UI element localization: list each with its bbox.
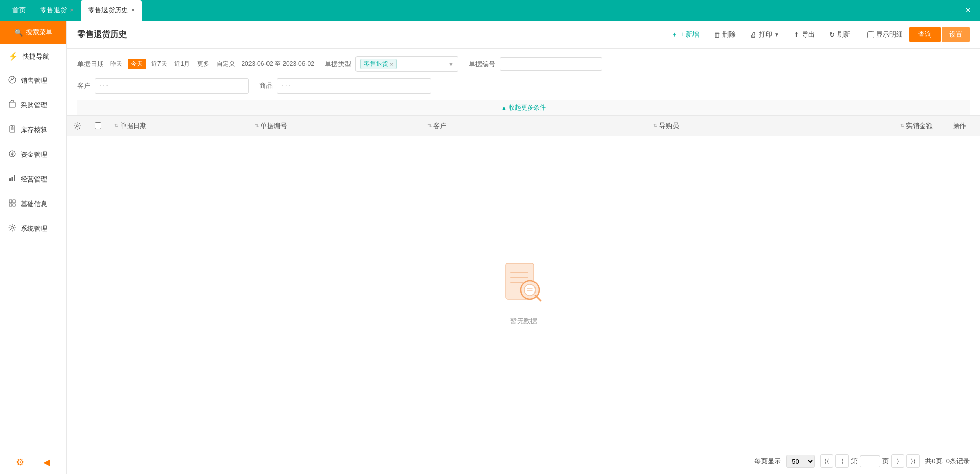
- show-detail-label: 显示明细: [876, 30, 903, 39]
- tab-home-label: 首页: [12, 6, 26, 15]
- tab-retail-return-close[interactable]: ×: [70, 7, 74, 14]
- th-code[interactable]: ⇅ 单据编号: [248, 116, 421, 136]
- date-option-7days[interactable]: 近7天: [149, 59, 169, 69]
- filter-row-1: 单据日期 昨天 今天 近7天 近1月 更多 自定义 2023-06-02 至 2…: [77, 56, 970, 72]
- tab-retail-return-history-close[interactable]: ×: [131, 7, 135, 14]
- select-all-checkbox[interactable]: [95, 122, 101, 129]
- finance-icon: [8, 150, 16, 160]
- new-button[interactable]: ＋ + 新增: [667, 28, 703, 41]
- date-option-more[interactable]: 更多: [195, 59, 211, 69]
- svg-rect-9: [13, 200, 15, 203]
- th-customer-label: 客户: [433, 121, 447, 131]
- basic-info-icon: [8, 199, 16, 209]
- th-amount-label: 实销金额: [906, 121, 933, 131]
- search-icon: 🔍: [14, 29, 23, 37]
- collapse-up-icon: ▲: [501, 104, 507, 112]
- tab-retail-return-history-label: 零售退货历史: [88, 6, 128, 15]
- svg-rect-10: [9, 204, 12, 206]
- collapse-label: 收起更多条件: [509, 103, 546, 112]
- window-close-button[interactable]: ×: [961, 5, 975, 16]
- filter-number-input[interactable]: [500, 57, 602, 71]
- sidebar-item-basic-info[interactable]: 基础信息: [0, 192, 66, 216]
- sidebar-item-sys-label: 系统管理: [21, 224, 47, 233]
- pagination: 每页显示 50 20 100 200 ⟨⟨ ⟨ 第 1 页 ⟩ ⟩⟩ 共0页, …: [67, 448, 980, 474]
- sidebar-item-finance-mgmt[interactable]: 资金管理: [0, 142, 66, 167]
- svg-rect-5: [9, 178, 11, 181]
- filter-type-select[interactable]: 零售退货 × ▼: [355, 56, 458, 72]
- date-option-yesterday[interactable]: 昨天: [108, 59, 124, 69]
- filter-row-2: 客户 ··· 商品 ···: [77, 78, 970, 94]
- delete-icon: 🗑: [714, 31, 720, 39]
- show-detail-checkbox-label[interactable]: 显示明细: [867, 30, 903, 39]
- sidebar-item-sys-mgmt[interactable]: 系统管理: [0, 216, 66, 241]
- sort-guide-icon: ⇅: [653, 123, 657, 129]
- sidebar-item-biz-mgmt[interactable]: 经营管理: [0, 167, 66, 192]
- th-customer[interactable]: ⇅ 客户: [421, 116, 647, 136]
- export-button-label: 导出: [801, 30, 815, 39]
- page-title: 零售退货历史: [77, 29, 127, 40]
- th-guide[interactable]: ⇅ 导购员: [647, 116, 819, 136]
- last-page-button[interactable]: ⟩⟩: [906, 454, 920, 468]
- refresh-icon: ↻: [829, 31, 835, 39]
- svg-rect-8: [9, 200, 12, 203]
- filter-number-label: 单据编号: [469, 60, 495, 69]
- tab-retail-return-label: 零售退货: [40, 6, 67, 15]
- date-option-today[interactable]: 今天: [128, 59, 146, 69]
- settings-bottom-icon[interactable]: ⚙: [16, 457, 24, 468]
- filter-type-tag-close[interactable]: ×: [390, 61, 393, 67]
- th-guide-label: 导购员: [659, 121, 679, 131]
- date-option-custom[interactable]: 自定义: [215, 59, 237, 69]
- sidebar-search-button[interactable]: 🔍 搜索菜单: [0, 21, 66, 44]
- next-page-button[interactable]: ⟩: [891, 454, 904, 468]
- sidebar-item-sales-label: 销售管理: [21, 76, 47, 85]
- tab-retail-return-history[interactable]: 零售退货历史 ×: [81, 0, 142, 21]
- pagination-nav: ⟨⟨ ⟨ 第 1 页 ⟩ ⟩⟩: [820, 454, 920, 468]
- sidebar-item-quick-nav-label: 快捷导航: [23, 52, 49, 61]
- per-page-select[interactable]: 50 20 100 200: [786, 455, 815, 468]
- page-unit: 页: [882, 457, 889, 466]
- svg-point-0: [9, 76, 16, 83]
- sidebar-item-sales-mgmt[interactable]: 销售管理: [0, 68, 66, 93]
- filter-date-range: 2023-06-02 至 2023-06-02: [241, 60, 314, 68]
- prev-page-button[interactable]: ⟨: [835, 454, 849, 468]
- query-button[interactable]: 查询: [909, 27, 941, 42]
- toolbar-right: 查询 设置: [909, 27, 970, 42]
- filter-customer-label: 客户: [77, 81, 91, 90]
- th-checkbox[interactable]: [87, 117, 108, 134]
- new-button-label: + 新增: [680, 30, 699, 39]
- sidebar-item-purchase-mgmt[interactable]: 采购管理: [0, 93, 66, 118]
- filter-goods-input[interactable]: ···: [277, 78, 431, 94]
- print-button-label: 打印: [759, 30, 772, 39]
- page-number-input[interactable]: 1: [860, 455, 880, 467]
- delete-button-label: 删除: [722, 30, 736, 39]
- th-settings[interactable]: [67, 117, 87, 135]
- toolbar-divider: [861, 30, 861, 39]
- delete-button[interactable]: 🗑 删除: [709, 28, 740, 41]
- collapse-bar[interactable]: ▲ 收起更多条件: [77, 100, 970, 115]
- print-button[interactable]: 🖨 打印 ▼: [746, 28, 783, 41]
- th-amount[interactable]: ⇅ 实销金额: [819, 116, 939, 136]
- tab-home[interactable]: 首页: [5, 0, 33, 21]
- setting-button[interactable]: 设置: [942, 27, 970, 42]
- filter-customer-input[interactable]: ···: [95, 78, 249, 94]
- tab-retail-return[interactable]: 零售退货 ×: [33, 0, 81, 21]
- date-option-1month[interactable]: 近1月: [172, 59, 192, 69]
- sidebar-item-inventory[interactable]: 库存核算: [0, 118, 66, 142]
- th-code-label: 单据编号: [260, 121, 287, 131]
- sidebar-item-purchase-label: 采购管理: [21, 101, 47, 110]
- refresh-button[interactable]: ↻ 刷新: [825, 28, 854, 41]
- export-button[interactable]: ⬆ 导出: [790, 28, 819, 41]
- filter-type-tag-label: 零售退货: [364, 60, 388, 68]
- svg-rect-11: [13, 204, 15, 206]
- filter-date-options: 昨天 今天 近7天 近1月 更多 自定义: [108, 59, 237, 69]
- table-header: ⇅ 单据日期 ⇅ 单据编号 ⇅ 客户 ⇅ 导购员 ⇅ 实销金额: [67, 116, 980, 136]
- sidebar-item-quick-nav[interactable]: ⚡ 快捷导航: [0, 44, 66, 68]
- first-page-button[interactable]: ⟨⟨: [820, 454, 833, 468]
- th-date[interactable]: ⇅ 单据日期: [108, 116, 248, 136]
- empty-illustration: [498, 258, 549, 309]
- table-settings-icon[interactable]: [73, 122, 81, 130]
- top-bar: 首页 零售退货 × 零售退货历史 × ×: [0, 0, 980, 21]
- show-detail-checkbox[interactable]: [867, 31, 874, 38]
- collapse-sidebar-icon[interactable]: ◀: [43, 457, 50, 468]
- sidebar: 🔍 搜索菜单 ⚡ 快捷导航 销售管理 采购管理 库存核算: [0, 21, 67, 474]
